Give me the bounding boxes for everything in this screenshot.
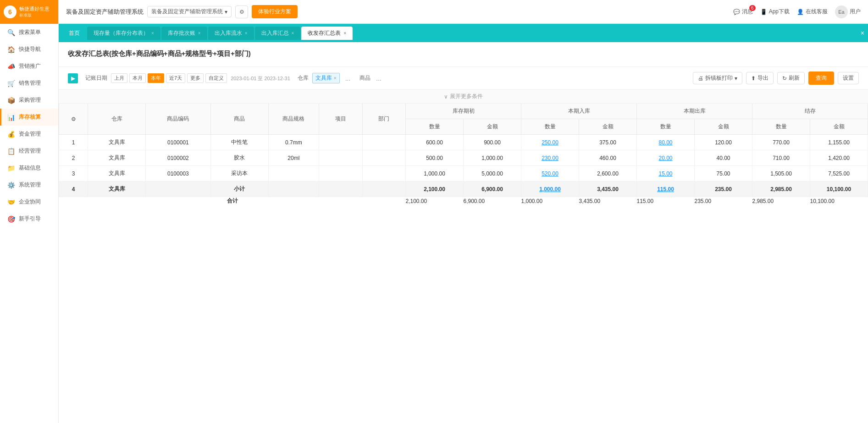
col-header-balance-group: 结存 [752, 104, 868, 119]
tab-batch[interactable]: 库存批次账× [161, 27, 207, 40]
cell-in-qty[interactable]: 520.00 [521, 166, 579, 181]
sidebar-item-sales[interactable]: 🛒 销售管理 [0, 75, 58, 92]
cell-dept [362, 166, 406, 181]
trial-button[interactable]: 体验行业方案 [252, 5, 298, 18]
tab-inout-summary[interactable]: 出入库汇总× [255, 27, 301, 40]
system-selector[interactable]: 装备及固定资产辅助管理系统 ▾ [147, 6, 232, 17]
date-btn-上月[interactable]: 上月 [111, 73, 127, 83]
guide-icon: 🎯 [7, 215, 15, 223]
date-btn-本月[interactable]: 本月 [129, 73, 146, 83]
cell-warehouse: 文具库 [88, 135, 146, 150]
app-download-item[interactable]: 📱 App下载 [760, 8, 790, 16]
sidebar-item-quick-nav[interactable]: 🏠 快捷导航 [0, 41, 58, 58]
cell-out-amt: 40.00 [695, 150, 752, 166]
settings-icon-btn[interactable]: ⚙ [235, 5, 248, 18]
date-btn-更多[interactable]: 更多 [187, 73, 204, 83]
sidebar-item-inventory[interactable]: 📊 库存核算 [0, 109, 58, 126]
total-opening-amt: 6,900.00 [464, 197, 521, 205]
messages-item[interactable]: 💬 消息 6 [733, 8, 753, 16]
cell-balance-qty: 770.00 [752, 135, 810, 150]
sidebar-item-purchase[interactable]: 📦 采购管理 [0, 92, 58, 109]
export-icon: ⬆ [751, 75, 756, 82]
cell-opening-amt: 900.00 [464, 135, 521, 150]
cell-out-qty[interactable]: 15.00 [637, 166, 695, 181]
table-row: 1 文具库 0100001 中性笔 0.7mm 600.00 900.00 25… [59, 135, 868, 150]
finance-icon: 💰 [7, 131, 15, 138]
in-qty-link[interactable]: 230.00 [542, 155, 558, 161]
warehouse-tag-close[interactable]: × [334, 76, 337, 81]
tab-close-batch[interactable]: × [198, 31, 201, 36]
cell-balance-amt: 1,155.00 [810, 135, 868, 150]
tab-close-stock-dist[interactable]: × [151, 31, 154, 36]
tab-label-batch: 库存批次账 [168, 29, 195, 37]
cell-out-qty[interactable]: 80.00 [637, 135, 695, 150]
date-btn-近7天[interactable]: 近7天 [166, 73, 185, 83]
cell-no: 4 [59, 181, 88, 197]
cell-spec: 20ml [268, 150, 319, 166]
tab-inout-flow[interactable]: 出入库流水× [208, 27, 254, 40]
sidebar-item-enterprise[interactable]: 🤝 企业协同 [0, 193, 58, 210]
cell-out-qty[interactable]: 20.00 [637, 150, 695, 166]
sidebar-item-finance[interactable]: 💰 资金管理 [0, 126, 58, 143]
tab-stock-summary[interactable]: 收发存汇总表× [301, 27, 353, 40]
search-label: 搜索菜单 [19, 28, 41, 36]
filter-toggle-button[interactable]: ▶ [68, 73, 78, 83]
total-in-amt: 3,435.00 [579, 197, 637, 205]
col-header-in-group: 本期入库 [521, 104, 637, 119]
out-qty-link[interactable]: 20.00 [658, 155, 672, 161]
export-button[interactable]: ⬆ 导出 [746, 72, 774, 84]
guide-label: 新手引导 [19, 215, 41, 223]
sidebar-item-guide[interactable]: 🎯 新手引导 [0, 210, 58, 227]
page-close-button[interactable]: × [861, 29, 864, 37]
sidebar-item-system[interactable]: ⚙️ 系统管理 [0, 176, 58, 193]
tab-close-stock-summary[interactable]: × [343, 31, 346, 36]
content-area: 收发存汇总表(按仓库+商品编码+商品+规格型号+项目+部门) ▶ 记账日期 上月… [59, 42, 868, 423]
in-qty-link[interactable]: 250.00 [542, 139, 558, 146]
refresh-button[interactable]: ↻ 刷新 [777, 72, 805, 84]
tab-close-inout-summary[interactable]: × [292, 31, 294, 36]
cell-project [319, 150, 363, 166]
message-badge: 6 [749, 5, 756, 11]
out-qty-link[interactable]: 15.00 [658, 170, 672, 177]
cell-in-qty[interactable]: 230.00 [521, 150, 579, 166]
query-button[interactable]: 查询 [808, 71, 834, 85]
warehouse-tag[interactable]: 文具库 × [312, 73, 340, 83]
print-button[interactable]: 🖨 拆镇板打印 ▾ [693, 72, 742, 84]
sidebar-item-marketing[interactable]: 📣 营销推广 [0, 58, 58, 75]
user-item[interactable]: Ea 用户 [835, 5, 861, 18]
cell-in-qty[interactable]: 250.00 [521, 135, 579, 150]
cell-code [146, 181, 211, 197]
in-qty-link[interactable]: 520.00 [542, 170, 558, 177]
goods-more-btn[interactable]: ... [374, 75, 383, 82]
expand-more-button[interactable]: ∨ 展开更多条件 [444, 93, 483, 100]
col-header-in-qty: 数量 [521, 119, 579, 135]
online-service-item[interactable]: 👤 在线客服 [797, 8, 828, 16]
col-header-gear[interactable]: ⚙ [59, 104, 88, 135]
tab-close-inout-flow[interactable]: × [245, 31, 248, 36]
date-btn-自定义[interactable]: 自定义 [205, 73, 227, 83]
cell-name: 小计 [210, 181, 268, 197]
cell-opening-amt: 5,000.00 [464, 166, 521, 181]
cell-project [319, 166, 363, 181]
sidebar-item-search[interactable]: 🔍 搜索菜单 [0, 24, 58, 41]
tab-stock-dist[interactable]: 现存量（库存分布表）× [87, 27, 160, 40]
tab-label-inout-flow: 出入库流水 [215, 29, 242, 37]
total-opening-qty: 2,100.00 [406, 197, 464, 205]
cell-warehouse: 文具库 [88, 150, 146, 166]
sidebar-item-business[interactable]: 📋 经营管理 [0, 143, 58, 159]
cell-opening-amt: 6,900.00 [464, 181, 521, 197]
out-qty-link[interactable]: 80.00 [658, 139, 672, 146]
cell-opening-qty: 2,100.00 [406, 181, 464, 197]
table-settings-button[interactable]: 设置 [838, 72, 859, 84]
inventory-icon: 📊 [7, 114, 15, 121]
sales-icon: 🛒 [7, 80, 15, 87]
warehouse-more-btn[interactable]: ... [343, 75, 353, 82]
date-btn-本年[interactable]: 本年 [148, 73, 164, 83]
col-header-out-amt: 金额 [695, 119, 752, 135]
cell-balance-qty: 2,985.00 [752, 181, 810, 197]
tab-home[interactable]: 首页 [62, 27, 86, 40]
cell-spec [268, 166, 319, 181]
goods-label: 商品 [359, 74, 370, 82]
sidebar-item-basic-info[interactable]: 📁 基础信息 [0, 159, 58, 176]
total-row: 合计 2,100.00 6,900.00 1,000.00 3,435.00 1… [59, 197, 868, 205]
